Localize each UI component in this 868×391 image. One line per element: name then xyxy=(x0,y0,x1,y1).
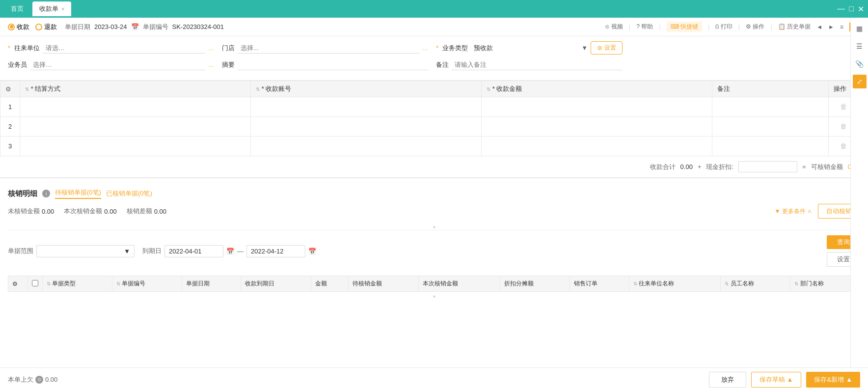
business-type-dropdown[interactable]: ▼ xyxy=(581,44,588,52)
save-new-arrow[interactable]: ▲ xyxy=(846,376,852,383)
vcol-type: ⇅ 单据类型 xyxy=(43,276,112,292)
more-conditions-btn[interactable]: ▼ 更多条件 ∧ xyxy=(774,207,812,216)
receipt-table: ⚙ ⇅ * 结算方式 ⇅ * 收款账号 ⇅ * 收款金额 xyxy=(0,81,868,156)
store-more-icon[interactable]: … xyxy=(422,45,428,52)
row-amount-2[interactable] xyxy=(482,117,712,137)
history-action[interactable]: 📋 历史单据 xyxy=(778,23,811,31)
discard-button[interactable]: 放弃 xyxy=(709,372,746,388)
counterparty-input[interactable] xyxy=(43,43,205,54)
store-label: 门店 xyxy=(222,44,235,53)
save-draft-button[interactable]: 保存草稿 ▲ xyxy=(751,372,802,388)
table-container: ⚙ ⇅ * 结算方式 ⇅ * 收款账号 ⇅ * 收款金额 xyxy=(0,81,868,156)
salesperson-label: 业务员 xyxy=(8,60,27,69)
operation-action[interactable]: ⚙ 操作 xyxy=(746,23,764,31)
row-account-2[interactable] xyxy=(251,117,482,137)
save-new-button[interactable]: 保存&新增 ▲ xyxy=(806,372,860,388)
tab-close-icon[interactable]: × xyxy=(61,6,64,12)
radio-tuikuan[interactable]: 退款 xyxy=(35,23,57,31)
vcol-sales-order: 销售订单 xyxy=(570,276,629,292)
counterparty-more-icon[interactable]: … xyxy=(208,45,214,52)
next-icon[interactable]: ► xyxy=(828,24,834,30)
save-draft-arrow[interactable]: ▲ xyxy=(787,376,793,383)
salesperson-input[interactable] xyxy=(30,59,205,70)
row-account-3[interactable] xyxy=(251,137,482,156)
vcol-discount: 折扣分摊额 xyxy=(500,276,570,292)
radio-dot-inactive xyxy=(35,24,42,30)
range-select[interactable]: ▼ xyxy=(36,245,135,257)
main-content: 收款 退款 单据日期 2023-03-24 📅 单据编号 SK-20230324… xyxy=(0,18,868,391)
video-action[interactable]: ⊙ 视频 xyxy=(605,23,623,31)
bottom-info-icon[interactable]: ⊙ xyxy=(35,376,43,384)
form-area: * 往来单位 … 门店 … * 业务类型 预收款 ▼ ⚙ 设置 xyxy=(0,36,868,81)
vcol-checkbox xyxy=(28,276,43,292)
row-settlement-2[interactable] xyxy=(20,117,251,137)
from-date-input[interactable] xyxy=(164,245,223,257)
row-settlement-1[interactable] xyxy=(20,97,251,117)
maximize-icon[interactable]: □ xyxy=(849,4,854,13)
print-action[interactable]: ⎙ 打印 xyxy=(715,23,732,31)
calendar-icon[interactable]: 📅 xyxy=(131,23,139,30)
table-gear-icon[interactable]: ⚙ xyxy=(5,85,11,93)
range-label: 单据范围 xyxy=(8,247,33,255)
verify-info-icon[interactable]: i xyxy=(42,190,50,197)
toolbar: 收款 退款 单据日期 2023-03-24 📅 单据编号 SK-20230324… xyxy=(0,18,868,36)
tab-bar-left: 首页 收款单 × xyxy=(4,1,71,16)
tab-home[interactable]: 首页 xyxy=(4,1,30,16)
close-window-icon[interactable]: ✕ xyxy=(858,4,864,14)
form-settings-button[interactable]: ⚙ 设置 xyxy=(591,41,623,55)
store-input[interactable] xyxy=(238,43,419,54)
radio-shoukuan[interactable]: 收款 xyxy=(8,23,29,31)
vcol-gear[interactable]: ⚙ xyxy=(8,276,28,292)
row-settlement-3[interactable] xyxy=(20,137,251,156)
stat-current: 本次核销金额 0.00 xyxy=(64,207,116,216)
row-num-2: 2 xyxy=(0,117,20,137)
stat-current-value: 0.00 xyxy=(104,208,116,215)
delete-icon-3[interactable]: 🗑 xyxy=(840,142,847,150)
row-amount-1[interactable] xyxy=(482,97,712,117)
shortcut-action[interactable]: ⌨ 快捷键 xyxy=(667,22,702,32)
to-date-input[interactable] xyxy=(246,245,305,257)
tab-active[interactable]: 收款单 × xyxy=(32,1,71,16)
sidebar-attach-icon[interactable]: 📎 xyxy=(853,57,867,71)
salesperson-more-icon[interactable]: … xyxy=(208,61,214,68)
row-num-3: 3 xyxy=(0,137,20,156)
help-action[interactable]: ? 帮助 xyxy=(636,23,653,31)
scroll-indicator: ▾ xyxy=(8,294,860,299)
counterparty-label: 往来单位 xyxy=(14,44,40,53)
verify-section: 核销明细 i 待核销单据(0笔) 已核销单据(0笔) 未核销金额 0.00 本次… xyxy=(0,182,868,305)
row-remarks-1[interactable] xyxy=(712,97,829,117)
stat-current-label: 本次核销金额 xyxy=(64,207,102,216)
row-remarks-2[interactable] xyxy=(712,117,829,137)
to-date-calendar-icon[interactable]: 📅 xyxy=(308,248,316,255)
col-amount: ⇅ * 收款金额 xyxy=(482,81,712,97)
col-settings[interactable]: ⚙ xyxy=(0,81,20,97)
prev-icon[interactable]: ◄ xyxy=(816,24,822,30)
row-amount-3[interactable] xyxy=(482,137,712,156)
sidebar-expand-icon[interactable]: ⤢ xyxy=(853,75,867,88)
vcol-dept: ⇅ 部门名称 xyxy=(790,276,860,292)
remarks-input[interactable] xyxy=(452,59,623,70)
list-view-icon[interactable]: ≡ xyxy=(840,24,843,30)
table-row: 1 🗑 ⧉ xyxy=(0,97,868,117)
counterparty-field: * 往来单位 … xyxy=(8,43,214,54)
col-account: ⇅ * 收款账号 xyxy=(251,81,482,97)
summary-input[interactable] xyxy=(238,59,428,70)
select-all-checkbox[interactable] xyxy=(32,280,38,286)
vcol-pending: 待核销金额 xyxy=(349,276,419,292)
delete-icon-1[interactable]: 🗑 xyxy=(840,103,847,111)
minimize-icon[interactable]: — xyxy=(837,4,845,13)
tab-pending[interactable]: 待核销单据(0笔) xyxy=(55,188,101,199)
date-value: 2023-03-24 xyxy=(94,23,127,30)
tab-done[interactable]: 已核销单据(0笔) xyxy=(106,189,152,198)
delete-icon-2[interactable]: 🗑 xyxy=(840,122,847,130)
verify-table-gear-icon[interactable]: ⚙ xyxy=(12,280,18,287)
filter-collapse-indicator: ▾ xyxy=(8,224,860,230)
row-remarks-3[interactable] xyxy=(712,137,829,156)
sidebar-list-icon[interactable]: ☰ xyxy=(853,39,867,53)
row-account-1[interactable] xyxy=(251,97,482,117)
discount-label: 现金折扣: xyxy=(706,163,733,171)
discount-input[interactable] xyxy=(738,161,797,172)
sidebar-table-icon[interactable]: ▦ xyxy=(853,22,867,35)
from-date-calendar-icon[interactable]: 📅 xyxy=(226,248,234,255)
radio-tuikuan-label: 退款 xyxy=(44,23,57,31)
